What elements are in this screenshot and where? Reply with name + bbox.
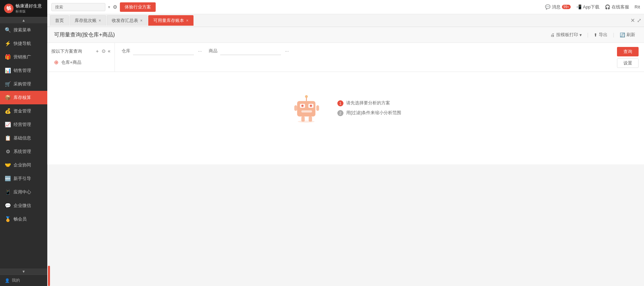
close-icon[interactable]: × xyxy=(99,18,101,23)
sidebar-scroll-down[interactable]: ▼ xyxy=(0,268,47,275)
message-button[interactable]: 💬 消息 99+ xyxy=(545,4,571,10)
sidebar-item-newbie[interactable]: 🆕 新手引导 xyxy=(0,172,47,185)
right-scrollbar[interactable] xyxy=(47,164,50,286)
service-label: 在线客服 xyxy=(612,4,629,10)
enterprise-icon: 🤝 xyxy=(5,162,11,168)
sidebar-item-marketing[interactable]: 🎁 营销推广 xyxy=(0,50,47,64)
sidebar-bottom-label: 我的 xyxy=(12,278,20,283)
sidebar-item-inventory[interactable]: 📦 库存核算 xyxy=(0,91,47,104)
finance-icon: 💰 xyxy=(5,108,11,114)
trial-button[interactable]: 体验行业方案 xyxy=(120,2,156,12)
collapse-button[interactable]: « xyxy=(108,48,110,54)
marketing-icon: 🎁 xyxy=(5,54,11,60)
tab-batch-account[interactable]: 库存批次账 × xyxy=(70,15,106,26)
warehouse-field-group: 仓库 ··· xyxy=(122,47,202,55)
tip-1: 1 请先选择要分析的方案 xyxy=(337,100,401,106)
scrollbar-handle[interactable] xyxy=(48,266,50,286)
filter-section-label: 按以下方案查询 xyxy=(51,48,82,54)
settings-button[interactable]: 设置 xyxy=(617,58,639,68)
query-button[interactable]: 查询 xyxy=(617,47,639,56)
refresh-icon: 🔄 xyxy=(620,32,625,37)
query-actions: 查询 设置 xyxy=(612,43,644,72)
tab-label: 收发存汇总表 xyxy=(112,18,138,24)
sidebar-item-label: 系统管理 xyxy=(14,149,31,155)
warehouse-more-icon[interactable]: ··· xyxy=(198,48,202,54)
warehouse-input[interactable] xyxy=(133,47,194,55)
tab-home[interactable]: 首页 xyxy=(50,15,69,26)
app-download-button[interactable]: 📲 App下载 xyxy=(576,4,599,10)
sidebar-item-enterprise-wechat[interactable]: 💬 企业微信 xyxy=(0,199,47,212)
sidebar-item-enterprise[interactable]: 🤝 企业协同 xyxy=(0,158,47,172)
search-input[interactable] xyxy=(51,3,105,11)
svg-point-8 xyxy=(301,105,304,107)
sidebar-item-shortcut[interactable]: ⚡ 快捷导航 xyxy=(0,37,47,50)
sidebar-item-label: 经营管理 xyxy=(14,122,31,128)
sidebar-item-app-center[interactable]: 📱 应用中心 xyxy=(0,185,47,199)
tab-label: 首页 xyxy=(55,18,64,24)
sidebar-item-label: 资金管理 xyxy=(14,108,31,114)
logo-title: 畅康通好生意 xyxy=(16,3,42,9)
sidebar-item-label: 销售管理 xyxy=(14,68,31,74)
sidebar-item-label: 基础信息 xyxy=(14,135,31,141)
close-icon[interactable]: × xyxy=(186,18,188,23)
logo-sub: 标准版 xyxy=(16,9,42,14)
svg-rect-5 xyxy=(316,105,319,111)
add-scheme-button[interactable]: ＋ xyxy=(95,48,100,54)
sidebar-item-system[interactable]: ⚙ 系统管理 xyxy=(0,145,47,158)
purchase-icon: 🛒 xyxy=(5,81,11,87)
svg-point-9 xyxy=(310,105,312,107)
page-actions: 🖨 按模板打印 ▾ | ⬆ 导出 | 🔄 刷新 xyxy=(548,30,637,39)
close-icon[interactable]: × xyxy=(140,18,143,23)
goods-input[interactable] xyxy=(220,47,281,55)
tab-summary[interactable]: 收发存汇总表 × xyxy=(107,15,148,26)
sidebar-item-search[interactable]: 🔍 搜索菜单 xyxy=(0,23,47,37)
tab-label: 库存批次账 xyxy=(75,18,97,24)
tabbar: 首页 库存批次账 × 收发存汇总表 × 可用量库存账本 × ✕ ⤢ xyxy=(47,14,644,27)
filter-sidebar: 按以下方案查询 ＋ ⊙ « ⊕ 仓库+商品 xyxy=(47,43,115,72)
svg-point-12 xyxy=(298,121,314,123)
tip-text-1: 请先选择要分析的方案 xyxy=(346,100,390,106)
print-icon: 🖨 xyxy=(550,32,555,37)
export-button[interactable]: ⬆ 导出 xyxy=(592,30,610,39)
online-service-button[interactable]: 🎧 在线客服 xyxy=(605,4,629,10)
close-window-button[interactable]: ✕ xyxy=(630,17,635,24)
system-icon: ⚙ xyxy=(5,149,11,155)
sidebar-item-label: 搜索菜单 xyxy=(14,27,31,33)
print-button[interactable]: 🖨 按模板打印 ▾ xyxy=(548,30,584,39)
sidebar-item-purchase[interactable]: 🛒 采购管理 xyxy=(0,77,47,91)
maximize-window-button[interactable]: ⤢ xyxy=(637,17,641,24)
tip-text-2: 用[过滤]条件来缩小分析范围 xyxy=(346,110,401,116)
tip-number-2: 2 xyxy=(337,110,343,116)
sidebar-item-label: 企业微信 xyxy=(14,203,31,209)
gear-icon[interactable]: ⚙ xyxy=(113,4,117,10)
sidebar: 畅 畅康通好生意 标准版 ▲ 🔍 搜索菜单 ⚡ 快捷导航 🎁 营销推广 📊 销售… xyxy=(0,0,47,286)
svg-rect-3 xyxy=(301,110,312,113)
sidebar-scroll-up[interactable]: ▲ xyxy=(0,17,47,23)
sidebar-item-finance[interactable]: 💰 资金管理 xyxy=(0,104,47,118)
tip-number-1: 1 xyxy=(337,100,343,106)
username-display[interactable]: Rit xyxy=(635,4,640,9)
member-icon: 🏅 xyxy=(5,216,11,222)
app-icon: 📲 xyxy=(576,4,582,9)
sales-icon: 📊 xyxy=(5,68,11,74)
sidebar-item-member[interactable]: 🏅 畅会员 xyxy=(0,212,47,226)
goods-more-icon[interactable]: ··· xyxy=(285,48,289,54)
chevron-down-icon[interactable]: ▾ xyxy=(108,5,110,9)
window-controls: ✕ ⤢ xyxy=(630,17,641,24)
sidebar-item-label: 快捷导航 xyxy=(14,41,31,47)
tab-label: 可用量库存账本 xyxy=(153,18,184,24)
refresh-button[interactable]: 🔄 刷新 xyxy=(618,30,637,39)
manage-scheme-button[interactable]: ⊙ xyxy=(102,48,106,54)
goods-field-group: 商品 ··· xyxy=(209,47,289,55)
message-icon: 💬 xyxy=(545,4,550,9)
sidebar-item-label: 新手引导 xyxy=(14,176,31,182)
tab-available-stock[interactable]: 可用量库存账本 × xyxy=(148,15,194,26)
sidebar-item-sales[interactable]: 📊 销售管理 xyxy=(0,64,47,77)
print-chevron-icon: ▾ xyxy=(579,32,582,37)
scheme-item-warehouse-goods[interactable]: ⊕ 仓库+商品 xyxy=(47,56,114,68)
sidebar-item-label: 应用中心 xyxy=(14,189,31,195)
sidebar-bottom[interactable]: 👤 我的 xyxy=(0,275,47,286)
sidebar-item-management[interactable]: 📈 经营管理 xyxy=(0,118,47,131)
sidebar-item-basic-info[interactable]: 📋 基础信息 xyxy=(0,131,47,145)
app-center-icon: 📱 xyxy=(5,189,11,195)
